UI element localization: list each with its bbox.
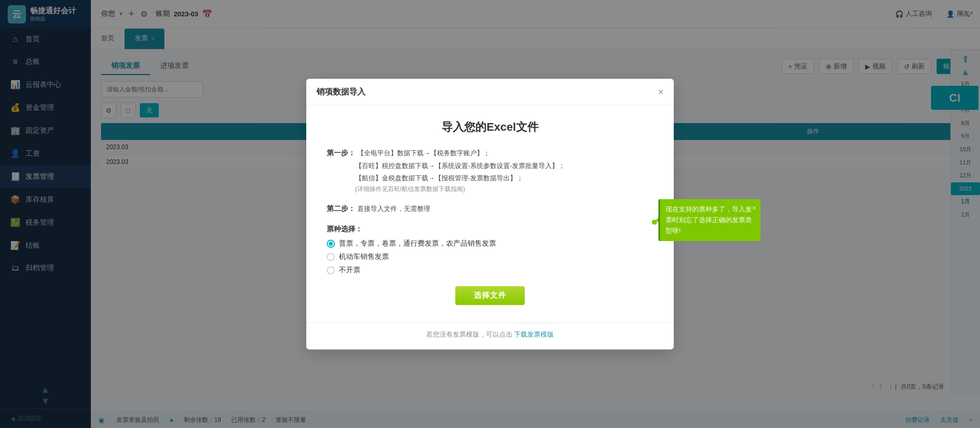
- tooltip-close-button[interactable]: ×: [752, 202, 756, 213]
- radio-no-invoice[interactable]: 不开票: [327, 264, 653, 277]
- ticket-selection: 票种选择： 普票，专票，卷票，通行费发票，农产品销售发票 机动车销售发票 不开票: [327, 225, 653, 277]
- ticket-label: 票种选择：: [327, 225, 362, 233]
- modal-main-title: 导入您的Excel文件: [327, 120, 653, 135]
- modal-header: 销项数据导入 ×: [306, 79, 674, 105]
- radio-normal[interactable]: 普票，专票，卷票，通行费发票，农产品销售发票: [327, 237, 653, 250]
- step2-content: 直接导入文件，无需整理: [357, 205, 430, 212]
- step1-guide-link[interactable]: (详细操作见百旺/航信发票数据下载指南): [355, 185, 465, 193]
- modal-title: 销项数据导入: [316, 87, 365, 98]
- select-file-button[interactable]: 选择文件: [455, 286, 525, 305]
- step1-line3: 【航信】金税盘数据下载→【报税管理-发票数据导出】；: [355, 175, 523, 182]
- tooltip-bar: [658, 199, 660, 241]
- download-template-link[interactable]: 下载发票模版: [514, 323, 554, 348]
- radio-no-invoice-circle: [327, 266, 335, 274]
- radio-motor[interactable]: 机动车销售发票: [327, 250, 653, 264]
- modal-step1: 第一步： 【全电平台】数据下载→【税务数字账户】； 【百旺】税控盘数据下载→【系…: [327, 147, 653, 194]
- step2-label: 第二步：: [327, 204, 355, 212]
- radio-motor-circle: [327, 253, 335, 261]
- radio-normal-circle: [327, 240, 335, 248]
- modal-close-button[interactable]: ×: [658, 87, 664, 98]
- tooltip-box: × 现在支持的票种多了，导入发票时别忘了选择正确的发票类型呀!: [658, 199, 761, 241]
- modal-step2: 第二步： 直接导入文件，无需整理: [327, 203, 653, 216]
- step1-label: 第一步：: [327, 149, 355, 157]
- select-file-wrap: 选择文件: [327, 286, 653, 305]
- import-modal: 销项数据导入 × 导入您的Excel文件 第一步： 【全电平台】数据下载→【税务…: [306, 79, 674, 349]
- step1-line2: 【百旺】税控盘数据下载→【系统设置-系统参数设置-发票批量导入】；: [355, 162, 566, 170]
- modal-body: 导入您的Excel文件 第一步： 【全电平台】数据下载→【税务数字账户】； 【百…: [306, 105, 674, 317]
- modal-footer: 若您没有发票模版，可以点击 下载发票模版: [306, 322, 674, 349]
- step1-line1: 【全电平台】数据下载→【税务数字账户】；: [357, 149, 490, 157]
- radio-group: 普票，专票，卷票，通行费发票，农产品销售发票 机动车销售发票 不开票: [327, 237, 653, 277]
